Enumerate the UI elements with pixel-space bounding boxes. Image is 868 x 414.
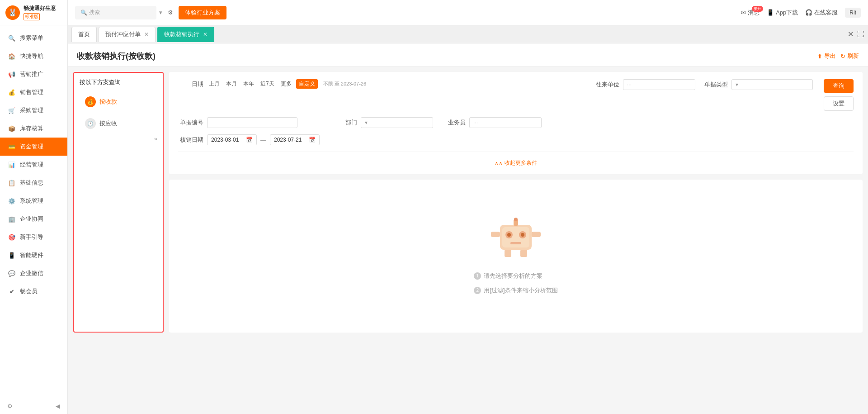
date-last-month[interactable]: 上月: [207, 79, 222, 89]
svg-point-5: [521, 233, 524, 237]
message-badge: 99+: [752, 6, 763, 12]
verify-end-value: 2023-07-21: [274, 137, 302, 143]
sidebar-item-label: 采购管理: [20, 106, 43, 114]
sidebar-item-basic-info[interactable]: 📋 基础信息: [0, 174, 67, 192]
export-button[interactable]: ⬆ 导出: [817, 52, 836, 60]
date-this-year[interactable]: 本年: [241, 79, 256, 89]
doc-no-field: 单据编号: [178, 117, 297, 128]
online-service-button[interactable]: 🎧 在线客服: [805, 9, 838, 17]
sidebar-item-purchase[interactable]: 🛒 采购管理: [0, 101, 67, 119]
collapse-more-row: ∧∧ 收起更多条件: [178, 152, 854, 167]
doc-no-input[interactable]: [207, 117, 297, 128]
sidebar-item-enterprise[interactable]: 🏢 企业协同: [0, 210, 67, 228]
sidebar-settings-icon[interactable]: ⚙: [7, 403, 13, 409]
sidebar-item-label: 资金管理: [20, 143, 43, 151]
user-avatar[interactable]: Rit: [845, 8, 861, 18]
tab-prepay-close-icon[interactable]: ✕: [144, 31, 149, 38]
logo-icon: 🐰: [5, 5, 20, 20]
svg-point-4: [507, 233, 511, 237]
page-content: 收款核销执行(按收款) ⬆ 导出 ↻ 刷新 按以下方案查询 💰 按收款: [68, 43, 868, 414]
message-button[interactable]: ✉ 消息 99+: [741, 9, 760, 17]
dept-select[interactable]: ▾: [361, 117, 433, 128]
doc-type-select[interactable]: ▾: [731, 79, 813, 90]
dept-field: 部门 ▾: [332, 117, 433, 128]
message-icon: ✉: [741, 9, 746, 16]
filter-receipt-icon: 💰: [85, 96, 96, 107]
date-label: 日期: [178, 80, 203, 88]
sidebar-item-operation[interactable]: 📊 经营管理: [0, 156, 67, 174]
refresh-button[interactable]: ↻ 刷新: [840, 52, 859, 60]
date-7days[interactable]: 近7天: [259, 79, 276, 89]
tabbar: 首页 预付冲应付单 ✕ 收款核销执行 ✕ ✕ ⛶: [68, 25, 868, 43]
setting-button[interactable]: 设置: [824, 96, 854, 111]
sidebar-item-guide[interactable]: 🎯 新手引导: [0, 228, 67, 246]
logo-name: 畅捷通好生意: [24, 5, 56, 12]
sidebar-item-inventory[interactable]: 📦 库存核算: [0, 119, 67, 138]
tab-receipt-verify-close-icon[interactable]: ✕: [203, 31, 208, 38]
filter-panel-collapse[interactable]: »: [80, 135, 157, 142]
filter-by-receivable[interactable]: 🕐 按应收: [80, 114, 157, 133]
dropdown-arrow-icon[interactable]: ▾: [159, 9, 162, 16]
empty-tip-2: 用[过滤]条件来缩小分析范围: [484, 285, 557, 296]
sidebar-menu: 🔍 搜索菜单 🏠 快捷导航 📢 营销推广 💰 销售管理 🛒 采购管理 📦 库存核…: [0, 25, 67, 398]
sidebar-item-system[interactable]: ⚙️ 系统管理: [0, 192, 67, 210]
filter-panel-title: 按以下方案查询: [80, 78, 157, 86]
finance-icon: 💳: [7, 142, 16, 151]
topbar-gear-icon[interactable]: ⚙: [168, 9, 173, 16]
content-area: 按以下方案查询 💰 按收款 🕐 按应收 »: [68, 67, 868, 338]
sidebar-item-quick-nav[interactable]: 🏠 快捷导航: [0, 47, 67, 65]
empty-tip-1: 请先选择要分析的方案: [484, 270, 542, 282]
sidebar-footer: ⚙ ◀: [0, 398, 67, 414]
svg-rect-9: [491, 232, 500, 237]
tab-home[interactable]: 首页: [71, 27, 97, 42]
sidebar-item-hardware[interactable]: 📱 智能硬件: [0, 246, 67, 264]
sidebar-item-finance[interactable]: 💳 资金管理: [0, 138, 67, 156]
results-area: 1 请先选择要分析的方案 2 用[过滤]条件来缩小分析范围: [169, 180, 863, 333]
verify-start-value: 2023-03-01: [211, 137, 239, 143]
svg-rect-1: [502, 227, 529, 247]
tab-receipt-verify[interactable]: 收款核销执行 ✕: [157, 27, 214, 42]
quick-nav-icon: 🏠: [7, 52, 16, 61]
sidebar-item-search-menu[interactable]: 🔍 搜索菜单: [0, 29, 67, 47]
search-placeholder: 搜索: [89, 9, 100, 16]
sidebar-item-label: 经营管理: [20, 161, 43, 169]
tab-close-button[interactable]: ✕: [848, 30, 854, 38]
hardware-icon: 📱: [7, 251, 16, 260]
verify-date-start-input[interactable]: 2023-03-01 📅: [207, 134, 257, 145]
operation-icon: 📊: [7, 160, 16, 169]
logo-text: 畅捷通好生意 标准版: [24, 5, 56, 20]
query-buttons: 查询 设置: [824, 79, 854, 111]
verify-date-field: 核销日期 2023-03-01 📅 — 2023-07-21 📅: [178, 134, 320, 145]
date-custom[interactable]: 自定义: [296, 79, 318, 89]
tab-receipt-verify-label: 收款核销执行: [164, 30, 199, 38]
query-button[interactable]: 查询: [824, 79, 854, 93]
app-download-button[interactable]: 📱 App下载: [767, 9, 798, 17]
inventory-icon: 📦: [7, 124, 16, 133]
verify-date-end-input[interactable]: 2023-07-21 📅: [270, 134, 320, 145]
empty-icon: [489, 216, 543, 261]
tab-expand-button[interactable]: ⛶: [857, 30, 864, 38]
calendar-end-icon[interactable]: 📅: [309, 137, 316, 143]
sidebar-item-sales[interactable]: 💰 销售管理: [0, 83, 67, 101]
query-row-2: 单据编号 部门 ▾ 业务员 ···: [178, 117, 854, 128]
date-this-month[interactable]: 本月: [224, 79, 239, 89]
user-name: Rit: [849, 10, 856, 16]
tab-prepay[interactable]: 预付冲应付单 ✕: [99, 27, 156, 42]
solution-button[interactable]: 体验行业方案: [179, 6, 226, 19]
collapse-icon: »: [154, 135, 157, 142]
staff-select[interactable]: ···: [469, 117, 542, 128]
date-shortcuts: 上月 本月 本年 近7天 更多 自定义: [207, 79, 318, 89]
topbar-left: 🔍 搜索 ▾ ⚙ 体验行业方案: [75, 6, 741, 19]
filter-by-receipt[interactable]: 💰 按收款: [80, 92, 157, 112]
date-more[interactable]: 更多: [279, 79, 293, 89]
main-area: 🔍 搜索 ▾ ⚙ 体验行业方案 ✉ 消息 99+ 📱 App下载 🎧 在线客服 …: [68, 0, 868, 414]
calendar-start-icon[interactable]: 📅: [246, 137, 253, 143]
sidebar-item-wechat[interactable]: 💬 企业微信: [0, 264, 67, 282]
sidebar-item-marketing[interactable]: 📢 营销推广: [0, 65, 67, 83]
sidebar-item-member[interactable]: ✔ 畅会员: [0, 282, 67, 300]
collapse-more-button[interactable]: ∧∧ 收起更多条件: [495, 159, 537, 167]
search-box[interactable]: 🔍 搜索: [75, 6, 156, 19]
counterpart-select[interactable]: ···: [623, 79, 695, 90]
sidebar-collapse-icon[interactable]: ◀: [56, 403, 60, 409]
basic-info-icon: 📋: [7, 178, 16, 187]
